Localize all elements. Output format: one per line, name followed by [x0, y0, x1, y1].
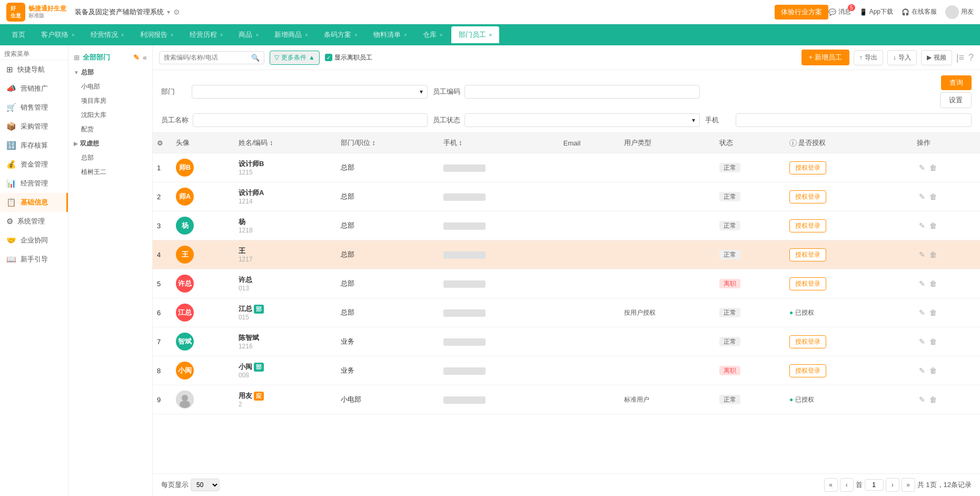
nav-tab-条码方案[interactable]: 条码方案×	[316, 26, 365, 43]
phone-filter-input[interactable]	[736, 113, 972, 127]
empcode-filter-input[interactable]	[464, 85, 699, 99]
show-resigned-toggle[interactable]: ✓ 显示离职员工	[325, 53, 372, 62]
nav-tab-首页[interactable]: 首页	[4, 26, 33, 43]
edit-button[interactable]: ✎	[919, 279, 925, 288]
edit-button[interactable]: ✎	[919, 337, 925, 346]
auth-button[interactable]: 授权登录	[789, 364, 826, 377]
dept-collapse-icon[interactable]: «	[143, 53, 147, 62]
page-size-select[interactable]: 50 100 200	[191, 479, 220, 491]
nav-tab-经营情况[interactable]: 经营情况×	[83, 26, 132, 43]
sidebar-item-guide[interactable]: 📖新手引导	[0, 250, 68, 269]
tab-close-icon[interactable]: ×	[220, 32, 223, 38]
edit-button[interactable]: ✎	[919, 308, 925, 317]
dept-node-shenyang[interactable]: 沈阳大库	[68, 108, 152, 122]
delete-button[interactable]: 🗑	[929, 163, 937, 172]
setting-button[interactable]: 设置	[940, 92, 972, 108]
edit-button[interactable]: ✎	[919, 395, 925, 404]
nav-tab-经营历程[interactable]: 经营历程×	[182, 26, 231, 43]
tab-close-icon[interactable]: ×	[72, 32, 75, 38]
edit-button[interactable]: ✎	[919, 192, 925, 201]
edit-button[interactable]: ✎	[919, 221, 925, 230]
edit-button[interactable]: ✎	[919, 163, 925, 172]
nav-tab-物料清单[interactable]: 物料清单×	[366, 26, 414, 43]
dept-node-zongbu2[interactable]: 总部	[68, 151, 152, 165]
nav-tab-商品[interactable]: 商品×	[231, 26, 266, 43]
add-employee-button[interactable]: + 新增员工	[801, 50, 849, 65]
tab-close-icon[interactable]: ×	[171, 32, 174, 38]
app-download-item[interactable]: 📱 App下载	[859, 7, 893, 16]
sidebar-item-basic[interactable]: 📋基础信息	[0, 193, 68, 212]
gear-icon[interactable]: ⚙	[173, 8, 180, 16]
auth-button[interactable]: 授权登录	[789, 277, 826, 290]
sidebar-item-enterprise[interactable]: 🤝企业协同	[0, 231, 68, 250]
dropdown-arrow-icon[interactable]: ▾	[167, 8, 170, 16]
tab-close-icon[interactable]: ×	[305, 32, 308, 38]
edit-button[interactable]: ✎	[919, 250, 925, 259]
delete-button[interactable]: 🗑	[929, 279, 937, 288]
dept-node-zhishu[interactable]: 植树王二	[68, 165, 152, 179]
status-filter-select[interactable]: ▾	[464, 113, 699, 127]
dept-node-peihuo[interactable]: 配货	[68, 122, 152, 137]
sidebar-item-marketing[interactable]: 📣营销推广	[0, 79, 68, 98]
auth-button[interactable]: 授权登录	[789, 248, 826, 261]
nav-tab-仓库[interactable]: 仓库×	[415, 26, 450, 43]
online-service-item[interactable]: 🎧 在线客服	[902, 7, 937, 16]
delete-button[interactable]: 🗑	[929, 192, 937, 201]
tab-close-icon[interactable]: ×	[121, 32, 124, 38]
col-dept[interactable]: 部门/职位 ↕	[336, 133, 439, 153]
delete-button[interactable]: 🗑	[929, 337, 937, 346]
sidebar-search-input[interactable]	[4, 50, 68, 57]
user-item[interactable]: 用友	[945, 5, 974, 19]
tab-close-icon[interactable]: ×	[440, 32, 443, 38]
delete-button[interactable]: 🗑	[929, 250, 937, 259]
sidebar-item-quick-nav[interactable]: ⊞快捷导航	[0, 60, 68, 79]
col-phone[interactable]: 手机 ↕	[439, 133, 559, 153]
nav-tab-利润报告[interactable]: 利润报告×	[133, 26, 181, 43]
dept-node-xiaodianbu[interactable]: 小电部	[68, 80, 152, 94]
nav-tab-新增商品[interactable]: 新增商品×	[267, 26, 315, 43]
tab-close-icon[interactable]: ×	[404, 32, 407, 38]
tab-close-icon[interactable]: ×	[255, 32, 259, 38]
sidebar-item-system[interactable]: ⚙系统管理	[0, 212, 68, 231]
nav-tab-部门员工[interactable]: 部门员工×	[451, 26, 500, 43]
first-page-button[interactable]: «	[824, 478, 838, 492]
help-icon[interactable]: ?	[968, 52, 974, 63]
message-item[interactable]: 💬 消息 5	[828, 7, 851, 16]
more-conditions-button[interactable]: ▽ 更多条件 ▲	[270, 51, 320, 65]
edit-button[interactable]: ✎	[919, 366, 925, 375]
last-page-button[interactable]: »	[902, 478, 915, 492]
delete-button[interactable]: 🗑	[929, 366, 937, 375]
dept-edit-icon[interactable]: ✎	[133, 53, 140, 62]
col-settings[interactable]: ⚙	[153, 133, 172, 153]
auth-button[interactable]: 授权登录	[789, 190, 826, 203]
sidebar-item-purchase[interactable]: 📦采购管理	[0, 117, 68, 136]
sidebar-item-inventory[interactable]: 🔢库存核算	[0, 136, 68, 155]
auth-button[interactable]: 授权登录	[789, 219, 826, 232]
column-settings-icon[interactable]: |≡	[956, 52, 964, 63]
dept-node-xiangmu[interactable]: 项目库房	[68, 94, 152, 108]
tab-close-icon[interactable]: ×	[354, 32, 358, 38]
export-button[interactable]: ↑ 导出	[854, 50, 883, 65]
tab-close-icon[interactable]: ×	[489, 32, 492, 38]
sidebar-item-operations[interactable]: 📊经营管理	[0, 174, 68, 193]
dept-node-shuangxuxiang[interactable]: ▶ 双虚想	[68, 137, 152, 151]
video-button[interactable]: ▶ 视频	[921, 50, 952, 65]
all-dept-label[interactable]: 全部部门	[83, 53, 130, 62]
delete-button[interactable]: 🗑	[929, 395, 937, 404]
next-page-button[interactable]: ›	[886, 478, 899, 492]
sidebar-item-sales[interactable]: 🛒销售管理	[0, 98, 68, 117]
col-name[interactable]: 姓名/编码 ↕	[234, 133, 336, 153]
import-button[interactable]: ↓ 导入	[887, 50, 917, 65]
dept-node-zongbu[interactable]: ▼ 总部	[68, 65, 152, 80]
page-number-input[interactable]	[865, 479, 884, 491]
prev-page-button[interactable]: ‹	[840, 478, 854, 492]
experience-button[interactable]: 体验行业方案	[775, 5, 828, 20]
delete-button[interactable]: 🗑	[929, 221, 937, 230]
nav-tab-客户联络[interactable]: 客户联络×	[34, 26, 82, 43]
dept-filter-select[interactable]: ▾	[192, 85, 428, 99]
empname-filter-input[interactable]	[193, 113, 428, 127]
sidebar-item-finance[interactable]: 💰资金管理	[0, 155, 68, 174]
search-button[interactable]: 查询	[941, 75, 972, 90]
auth-button[interactable]: 授权登录	[789, 161, 826, 174]
search-input[interactable]	[164, 54, 248, 61]
